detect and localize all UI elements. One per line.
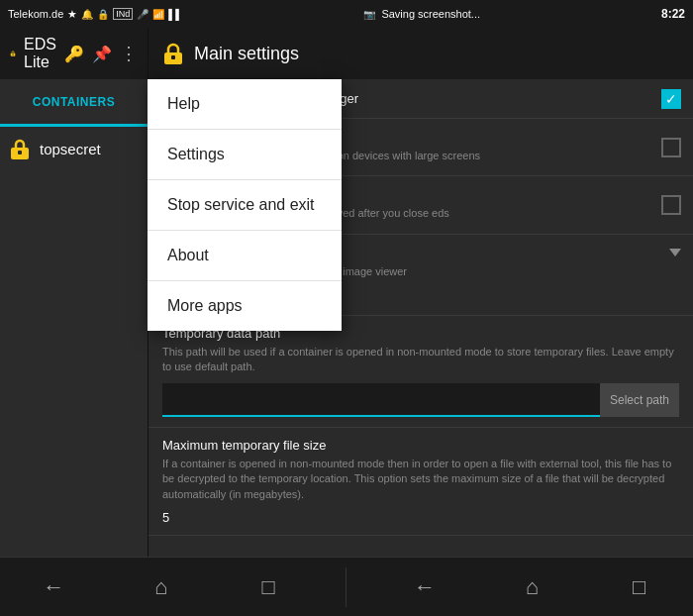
star-icon: ★: [67, 8, 77, 21]
size-title: Maximum temporary file size: [162, 438, 679, 453]
status-left: Telekom.de ★ 🔔 🔒 INd 🎤 📶 ▌▌: [8, 8, 182, 21]
size-value: 5: [162, 510, 679, 525]
container-item-label: topsecret: [40, 141, 101, 157]
back-button-left[interactable]: ←: [24, 565, 83, 609]
home-icon-left: ⌂: [154, 574, 167, 600]
recent-icon-right: □: [633, 574, 645, 600]
recent-button-left[interactable]: □: [239, 565, 298, 609]
path-input-row: Select path: [162, 383, 679, 417]
eds-icon: INd: [113, 8, 133, 20]
container-lock-icon: [8, 137, 32, 160]
pin-icon[interactable]: 📌: [92, 45, 112, 63]
svg-rect-3: [18, 151, 22, 154]
checkbox-show-previews[interactable]: ✓: [661, 89, 681, 109]
back-icon-left: ←: [43, 574, 64, 600]
checkbox-checked-icon: ✓: [661, 89, 681, 109]
lock-icon: [10, 43, 16, 64]
dropdown-menu: Help Settings Stop service and exit Abou…: [148, 79, 342, 331]
bottom-nav: ← ⌂ □ ← ⌂ □: [0, 557, 693, 616]
menu-item-stop-service[interactable]: Stop service and exit: [148, 180, 342, 231]
recent-icon-left: □: [261, 574, 274, 600]
back-icon-right: ←: [414, 574, 436, 600]
home-button-left[interactable]: ⌂: [132, 565, 191, 609]
app-title: EDS Lite: [24, 36, 56, 71]
container-list-item[interactable]: topsecret: [0, 127, 148, 170]
recent-button-right[interactable]: □: [610, 565, 669, 609]
setting-max-size: Maximum temporary file size If a contain…: [148, 428, 693, 536]
settings-lock-icon: [160, 41, 186, 66]
status-center: 📷 Saving screenshot...: [363, 8, 480, 20]
left-panel: EDS Lite 🔑 📌 ⋮ CONTAINERS topsecret: [0, 28, 148, 557]
time-display: 8:22: [661, 7, 685, 21]
checkbox-never-save[interactable]: [661, 195, 681, 215]
home-button-right[interactable]: ⌂: [502, 565, 561, 609]
dropdown-arrow-icon: [669, 249, 681, 257]
mic-icon: 🎤: [137, 9, 148, 20]
back-button-right[interactable]: ←: [395, 565, 454, 609]
svg-rect-1: [12, 54, 13, 55]
menu-item-more-apps[interactable]: More apps: [148, 281, 342, 331]
path-desc: This path will be used if a container is…: [162, 345, 679, 375]
menu-item-help[interactable]: Help: [148, 79, 342, 130]
lock-icon: 🔒: [97, 9, 109, 20]
status-right: 8:22: [661, 7, 685, 21]
key-plus-icon[interactable]: 🔑: [64, 45, 84, 63]
signal-icon: ▌▌: [168, 9, 182, 20]
checkbox-unchecked-icon-2: [661, 195, 681, 215]
right-panel-title: Main settings: [194, 44, 299, 64]
toolbar-icons: 🔑 📌 ⋮: [64, 43, 138, 64]
menu-item-settings[interactable]: Settings: [148, 130, 342, 180]
path-input-field[interactable]: [162, 383, 600, 417]
wifi-icon: 📶: [152, 9, 164, 20]
app-layout: EDS Lite 🔑 📌 ⋮ CONTAINERS topsecret: [0, 28, 693, 557]
right-toolbar: Main settings: [148, 28, 693, 79]
menu-item-about[interactable]: About: [148, 231, 342, 281]
setting-path: Temporary data path This path will be us…: [148, 316, 693, 428]
carrier-text: Telekom.de: [8, 8, 63, 20]
size-desc: If a container is opened in non-mounted …: [162, 457, 679, 502]
home-icon-right: ⌂: [526, 574, 539, 600]
select-path-button[interactable]: Select path: [600, 383, 679, 417]
status-bar: Telekom.de ★ 🔔 🔒 INd 🎤 📶 ▌▌ 📷 Saving scr…: [0, 0, 693, 28]
containers-tab[interactable]: CONTAINERS: [0, 79, 148, 127]
left-toolbar: EDS Lite 🔑 📌 ⋮: [0, 28, 148, 79]
screenshot-icon: 📷: [363, 9, 375, 20]
containers-tab-label: CONTAINERS: [33, 95, 115, 109]
nav-divider: [346, 567, 346, 607]
overflow-icon[interactable]: ⋮: [120, 43, 138, 64]
checkbox-disable-wide[interactable]: [661, 138, 681, 157]
checkbox-unchecked-icon: [661, 138, 681, 157]
saving-text: Saving screenshot...: [381, 8, 480, 20]
notification-icon: 🔔: [81, 9, 93, 20]
svg-rect-5: [171, 55, 175, 59]
